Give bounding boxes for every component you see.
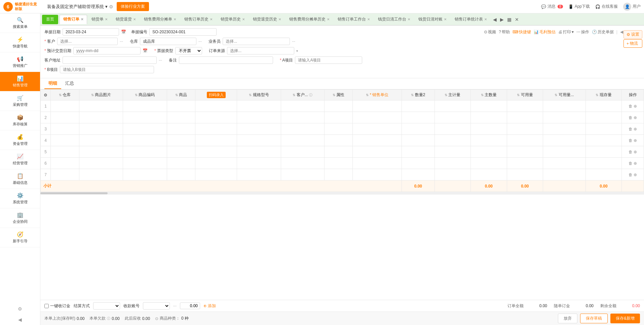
invoice-type-select[interactable]: 不开票 [175,47,202,54]
tab-expense-split[interactable]: 销售费用分摊单 ✕ [140,15,180,24]
tab-close-refund-history[interactable]: ✕ [278,17,281,21]
scrollbar-thumb[interactable] [40,192,108,194]
sidebar-item-purchase[interactable]: 🛒 采购管理 [0,91,40,111]
receipt-more-btn[interactable]: ··· [173,303,177,308]
sidebar-item-guide[interactable]: 🧭 新手引导 [0,228,40,247]
settle-method-select[interactable] [93,302,120,310]
tab-order-history[interactable]: 销售订单历史 ✕ [181,15,216,24]
tab-return-history[interactable]: 销货单历史 ✕ [217,15,249,24]
tab-close-sales-order[interactable]: ✕ [81,17,83,21]
col-main-qty[interactable]: ⇅ 主数量 [471,90,507,100]
tab-expense-history[interactable]: 销售费用分摊单历史 ✕ [286,15,333,24]
col-product[interactable]: ⇅ 商品 [167,90,195,100]
tab-next-btn[interactable]: ▶ [498,16,505,23]
tab-close-expense-split[interactable]: ✕ [174,17,176,21]
sidebar-item-marketing[interactable]: 📢 营销推广 [0,52,40,72]
tab-workbench[interactable]: 销售订单工作台 ✕ [334,15,374,24]
col-available2[interactable]: ⇅ 可用量... [543,90,586,100]
help-btn[interactable]: ? 帮助 [499,29,510,35]
tab-close-sales-return[interactable]: ✕ [105,17,108,21]
industry-btn[interactable]: 体验行业方案 [117,2,149,11]
a-project-input[interactable] [295,56,362,64]
tab-cash-workbench[interactable]: 钱货日清工作台 ✕ [374,15,414,24]
sidebar-collapse-btn[interactable]: ◀ [0,314,40,325]
tab-close-expense-history[interactable]: ✕ [327,17,330,21]
save-new-btn[interactable]: 保存&新增 [610,314,640,323]
tab-home[interactable]: 首页 [42,15,58,24]
sidebar-item-finance[interactable]: 💰 资金管理 [0,130,40,150]
tab-close-workbench[interactable]: ✕ [367,17,370,21]
customer-more-btn[interactable]: ··· [120,39,123,44]
tab-prev-btn[interactable]: ◀ [491,16,498,23]
tab-sales-return[interactable]: 销货单 ✕ [88,15,111,24]
tab-sales-order[interactable]: 销售订单 ✕ [60,15,87,24]
date-input[interactable] [63,28,119,36]
tab-refund-history[interactable]: 销货退货历史 ✕ [249,15,285,24]
messages-btn[interactable]: 💬 消息 8 [541,4,563,9]
col-property[interactable]: ⇅ 属性 [324,90,353,100]
print-btn[interactable]: 🖨 打印 ▾ [558,29,574,35]
shortcut-btn[interactable]: ⌨ 快捷键 [513,29,531,35]
col-spec[interactable]: ⇅ 规格型号 [237,90,281,100]
online-service-btn[interactable]: 🎧 在线客服 [595,4,618,9]
sidebar-settings-btn[interactable]: ⚙ [0,303,40,314]
form-tab-detail[interactable]: 明细 [44,78,61,89]
nav-prev-btn[interactable]: ◀ [620,30,623,34]
form-tab-summary[interactable]: 汇总 [61,78,78,89]
col-main-unit[interactable]: ⇅ 主计量 [434,90,471,100]
col-product-img[interactable]: ⇅ 商品图片 [79,90,123,100]
staff-more-btn[interactable]: ··· [292,39,295,44]
add-item-btn[interactable]: + 物流 [623,39,642,48]
sidebar-item-base[interactable]: 📋 基础信息 [0,169,40,189]
receipt-no-select[interactable] [143,302,170,310]
debt-info-icon[interactable]: ⓘ [107,316,110,321]
profit-btn[interactable]: 📊 毛利预估 [534,29,556,35]
settings-icon[interactable]: ⚙ [109,4,113,9]
addr-more-btn[interactable]: ··· [159,58,162,63]
sidebar-item-system[interactable]: ⚙️ 系统管理 [0,189,40,208]
amount-input[interactable] [180,302,200,309]
note-input[interactable] [179,56,273,64]
col-qty2[interactable]: ⇅ 数量2 [402,90,434,100]
delivery-date-input[interactable] [73,47,141,54]
discard-btn[interactable]: 放弃 [558,314,577,323]
calendar-icon[interactable]: 📅 [121,30,126,34]
sidebar-item-enterprise[interactable]: 🏢 企业协同 [0,208,40,228]
one-click-label[interactable]: 一键收订金 [44,303,70,309]
customer-input[interactable] [57,38,118,45]
product-types-info-icon[interactable]: ⊙ [155,316,158,321]
sidebar-item-ops[interactable]: 📈 经营管理 [0,150,40,169]
col-scan[interactable]: 扫码录入 [195,90,237,100]
tab-close-sales-refund[interactable]: ✕ [133,17,136,21]
save-draft-btn[interactable]: 保存草稿 [580,314,608,323]
user-btn[interactable]: 👤 用户 [623,3,641,11]
tab-close-return-history[interactable]: ✕ [242,17,245,21]
order-source-input[interactable] [227,47,294,54]
tab-cash-reconcile[interactable]: 钱货日清对账 ✕ [415,15,450,24]
history-btn[interactable]: 🕐 历史单据 [592,29,614,35]
order-no-input[interactable] [149,28,217,36]
tab-sales-refund[interactable]: 销货退货 ✕ [112,15,140,24]
b-project-input[interactable] [60,66,154,73]
col-warehouse[interactable]: ⇅ 仓库 [51,90,79,100]
col-stock[interactable]: ⇅ 现存量 [585,90,622,100]
tab-menu-btn[interactable]: ▦ [505,16,513,23]
delivery-calendar-icon[interactable]: 📅 [143,48,148,53]
operation-btn[interactable]: ⋯ 操作 [576,29,589,35]
scrollbar-area[interactable] [40,192,644,195]
warehouse-more-btn[interactable]: ··· [198,39,202,44]
app-download-btn[interactable]: 📱 App下载 [568,4,590,9]
col-customer-attr[interactable]: ⇅ 客户... ⓘ [281,90,324,100]
customer-addr-input[interactable] [63,56,157,64]
settings-panel-btn[interactable]: ⚙ 设置 [623,30,642,39]
col-product-code[interactable]: ⇅ 商品编码 [123,90,167,100]
one-click-checkbox[interactable] [44,304,49,308]
view-btn[interactable]: ⊙ 视频 [484,29,496,35]
tab-close-all-btn[interactable]: ✕ [513,16,521,23]
col-available[interactable]: ⇅ 可用量 [507,90,543,100]
scan-btn[interactable]: 扫码录入 [207,92,226,98]
system-name[interactable]: 装备及固定资产辅助管理系统 ▾ ⚙ [47,4,113,10]
add-link[interactable]: ⊕ 添加 [203,303,216,309]
tab-close-sales-stats[interactable]: ✕ [484,17,487,21]
order-source-dropdown-icon[interactable]: ▾ [296,49,298,53]
